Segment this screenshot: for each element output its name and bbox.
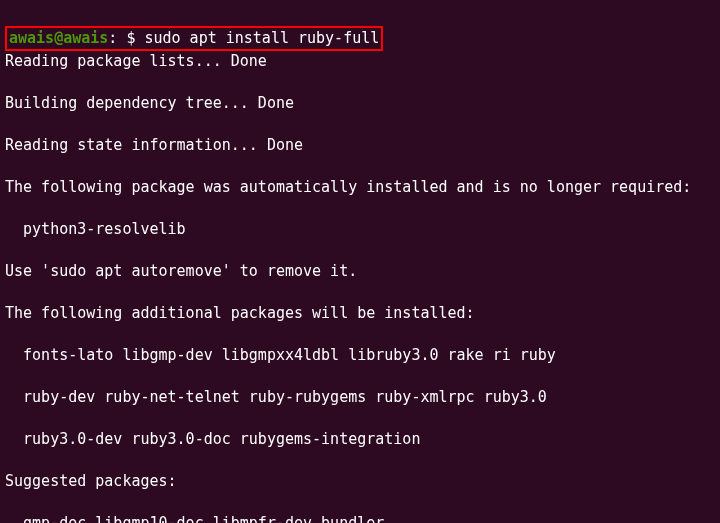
output-line: ruby-dev ruby-net-telnet ruby-rubygems r… [5, 387, 715, 408]
output-line: Use 'sudo apt autoremove' to remove it. [5, 261, 715, 282]
dollar-sign: $ [126, 29, 144, 47]
output-line: The following package was automatically … [5, 177, 715, 198]
output-line: gmp-doc libgmp10-doc libmpfr-dev bundler [5, 513, 715, 523]
prompt-line: awais@awais: $ sudo apt install ruby-ful… [5, 26, 383, 51]
output-line: Reading state information... Done [5, 135, 715, 156]
output-line: Building dependency tree... Done [5, 93, 715, 114]
command-text: sudo apt install ruby-full [144, 29, 379, 47]
user-host: awais@awais [9, 29, 108, 47]
output-line: ruby3.0-dev ruby3.0-doc rubygems-integra… [5, 429, 715, 450]
output-line: Suggested packages: [5, 471, 715, 492]
terminal-output[interactable]: awais@awais: $ sudo apt install ruby-ful… [5, 5, 715, 523]
output-line: python3-resolvelib [5, 219, 715, 240]
output-line: The following additional packages will b… [5, 303, 715, 324]
output-line: Reading package lists... Done [5, 51, 715, 72]
output-line: fonts-lato libgmp-dev libgmpxx4ldbl libr… [5, 345, 715, 366]
